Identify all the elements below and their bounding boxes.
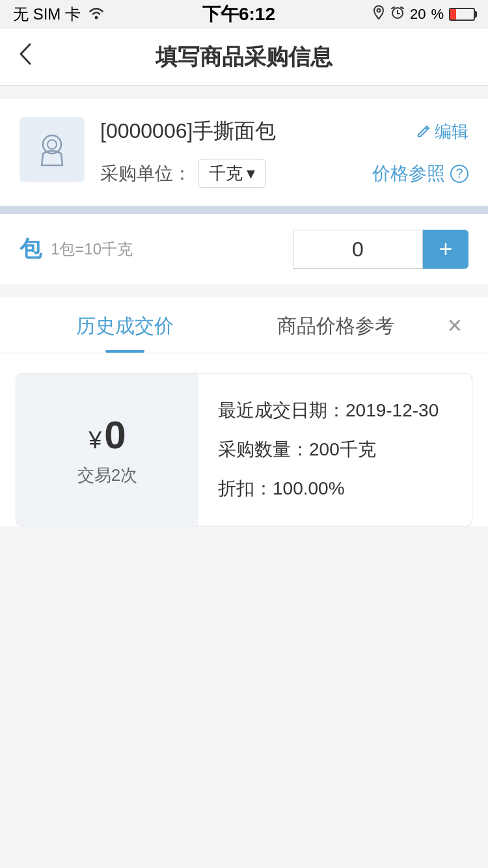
product-image — [20, 117, 85, 182]
unit-row: 采购单位： 千克 ▾ 价格参照 ? — [100, 159, 468, 188]
status-left: 无 SIM 卡 — [13, 4, 105, 25]
price-right: 最近成交日期：2019-12-30 采购数量：200千克 折扣：100.00% — [198, 373, 472, 526]
section-divider — [0, 206, 488, 214]
price-detail-discount: 折扣：100.00% — [218, 475, 452, 502]
price-detail-date: 最近成交日期：2019-12-30 — [218, 397, 452, 424]
svg-point-0 — [95, 16, 98, 20]
status-time: 下午6:12 — [202, 2, 275, 27]
quantity-label: 包 1包=10千克 — [20, 234, 133, 264]
price-left: ¥0 交易2次 — [16, 373, 198, 526]
no-sim-text: 无 SIM 卡 — [13, 4, 81, 25]
tab-product-price[interactable]: 商品价格参考 — [230, 297, 441, 353]
price-currency: ¥ — [88, 427, 102, 454]
quantity-plus-button[interactable]: + — [423, 230, 468, 269]
product-info: [0000006]手撕面包 编辑 采购单位： 千克 ▾ 价格参照 ? — [100, 117, 468, 188]
quantity-input[interactable] — [293, 230, 423, 269]
detail-key-qty: 采购数量： — [218, 439, 309, 459]
edit-button[interactable]: 编辑 — [416, 120, 468, 143]
quantity-row: 包 1包=10千克 + — [0, 214, 488, 284]
unit-select[interactable]: 千克 ▾ — [198, 159, 266, 188]
detail-value-date: 2019-12-30 — [346, 400, 439, 420]
alarm-icon — [390, 5, 405, 23]
detail-key-date: 最近成交日期： — [218, 400, 346, 420]
price-amount: ¥0 — [88, 413, 126, 457]
content-area — [0, 546, 488, 868]
bag-icon: 包 — [20, 234, 42, 264]
tab-bar: 历史成交价 商品价格参考 × — [0, 297, 488, 353]
back-button[interactable] — [18, 42, 33, 72]
location-icon — [372, 5, 385, 23]
price-detail-qty: 采购数量：200千克 — [218, 436, 452, 463]
price-card: ¥0 交易2次 最近成交日期：2019-12-30 采购数量：200千克 折扣：… — [16, 373, 472, 526]
dropdown-arrow-icon: ▾ — [247, 163, 255, 183]
product-name: [0000006]手撕面包 — [100, 117, 276, 146]
page-title: 填写商品采购信息 — [156, 42, 332, 72]
qty-conversion: 1包=10千克 — [51, 239, 133, 260]
status-bar: 无 SIM 卡 下午6:12 20% — [0, 0, 488, 29]
product-name-row: [0000006]手撕面包 编辑 — [100, 117, 468, 146]
detail-value-qty: 200千克 — [309, 439, 376, 459]
wifi-icon — [87, 5, 105, 23]
price-ref-button[interactable]: 价格参照 ? — [372, 161, 468, 186]
edit-label: 编辑 — [435, 120, 468, 143]
unit-value: 千克 — [209, 162, 243, 185]
svg-point-4 — [47, 140, 57, 149]
battery-icon — [449, 8, 475, 21]
quantity-input-group: + — [293, 230, 468, 269]
header: 填写商品采购信息 — [0, 29, 488, 86]
tab-history-price[interactable]: 历史成交价 — [20, 297, 230, 353]
status-right: 20% — [372, 5, 475, 23]
product-card: [0000006]手撕面包 编辑 采购单位： 千克 ▾ 价格参照 ? — [0, 99, 488, 206]
price-ref-label: 价格参照 — [372, 161, 445, 186]
help-circle-icon: ? — [450, 165, 468, 183]
unit-label: 采购单位： — [100, 161, 191, 186]
detail-key-discount: 折扣： — [218, 478, 273, 498]
battery-percent: 20 — [410, 6, 426, 23]
detail-value-discount: 100.00% — [273, 478, 345, 498]
price-trades: 交易2次 — [77, 464, 137, 487]
bottom-panel: 历史成交价 商品价格参考 × ¥0 交易2次 最近成交日期：2019-12-30… — [0, 297, 488, 526]
svg-point-1 — [377, 9, 380, 12]
close-button[interactable]: × — [441, 306, 468, 344]
